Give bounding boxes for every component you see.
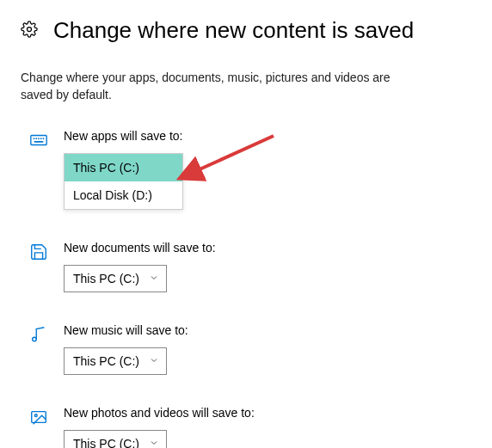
page-title: Change where new content is saved: [53, 17, 414, 44]
chevron-down-icon: [149, 272, 159, 285]
save-icon: [29, 241, 48, 265]
photos-save-dropdown[interactable]: This PC (C:): [64, 430, 167, 448]
documents-save-dropdown[interactable]: This PC (C:): [64, 265, 167, 292]
music-save-dropdown[interactable]: This PC (C:): [64, 347, 167, 375]
svg-point-0: [28, 27, 32, 31]
keyboard-icon: [29, 129, 48, 153]
dropdown-option-this-pc[interactable]: This PC (C:): [65, 154, 182, 181]
dropdown-value: This PC (C:): [73, 354, 139, 368]
section-documents: New documents will save to: This PC (C:): [29, 241, 471, 292]
gear-icon: [21, 21, 38, 41]
chevron-down-icon: [149, 437, 159, 448]
chevron-down-icon: [149, 354, 159, 368]
apps-save-dropdown[interactable]: This PC (C:) Local Disk (D:): [64, 153, 183, 210]
section-photos: New photos and videos will save to: This…: [29, 406, 471, 448]
section-music: New music will save to: This PC (C:): [29, 323, 471, 375]
svg-rect-1: [31, 136, 46, 145]
page-subtitle: Change where your apps, documents, music…: [21, 70, 399, 103]
photos-label: New photos and videos will save to:: [64, 406, 255, 420]
picture-icon: [29, 406, 48, 430]
dropdown-option-local-disk[interactable]: Local Disk (D:): [65, 181, 182, 209]
dropdown-value: This PC (C:): [73, 272, 139, 285]
music-label: New music will save to:: [64, 323, 188, 337]
documents-label: New documents will save to:: [64, 241, 216, 255]
dropdown-value: This PC (C:): [73, 437, 139, 448]
page-header: Change where new content is saved: [21, 17, 471, 44]
section-apps: New apps will save to: This PC (C:) Loca…: [29, 129, 471, 210]
music-note-icon: [29, 323, 48, 347]
apps-label: New apps will save to:: [64, 129, 183, 143]
svg-point-10: [34, 414, 37, 417]
svg-point-8: [33, 337, 37, 341]
